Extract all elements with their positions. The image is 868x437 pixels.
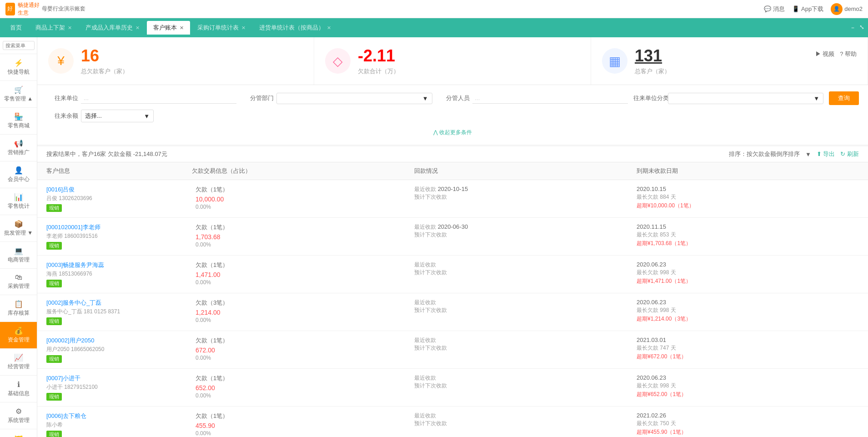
tab-purchase[interactable]: 采购订单统计表 ✕ [191,21,252,35]
sidebar-item-enterprise[interactable]: 🤝 企业协同 [0,429,37,437]
collapse-icon: ⋀ [433,129,438,136]
due-overdue-link[interactable]: 超期¥1,214.00（3笔） [637,315,859,323]
message-label: 消息 [773,5,785,13]
table-row: [0001020001]李老师 李老师 18600391516 现销 欠款（1笔… [37,218,868,256]
due-overdue-link[interactable]: 超期¥672.00（1笔） [637,353,859,361]
dept-select[interactable]: ▼ [276,93,432,104]
refresh-btn[interactable]: ↻ 刷新 [840,150,859,158]
sidebar-item-marketing[interactable]: 📢 营销推广 [0,135,37,161]
sidebar-item-retail-store[interactable]: 🏪 零售商城 [0,108,37,135]
tab-production-close[interactable]: ✕ [135,25,140,31]
tab-home[interactable]: 首页 [4,21,28,35]
due-overdue-link[interactable]: 超期¥455.90（1笔） [637,428,859,436]
sidebar-item-quick-nav[interactable]: ⚡ 快捷导航 [0,54,37,81]
sidebar-item-member[interactable]: 👤 会员中心 [0,161,37,188]
repay-col: 最近收款 预计下次收款 [414,412,637,427]
tab-inventory[interactable]: 进货单统计表（按商品） ✕ [253,21,337,35]
manager-input[interactable]: ... [475,95,480,101]
filter-from-unit: 往来单位 ... [46,93,236,104]
table-row: [0007]小进干 小进干 18279152100 现销 欠款（1笔） 652.… [37,369,868,407]
customer-name[interactable]: [0006]去下粮仓 [46,412,192,420]
tab-customer[interactable]: 客户账本 ✕ [147,21,190,35]
member-label: 会员中心 [8,176,30,182]
search-button[interactable]: 查询 [829,91,859,105]
customer-tag: 现销 [46,204,62,212]
balance-type-select[interactable]: 选择... ▼ [81,110,154,122]
repay-next: 预计下次收款 [414,193,637,201]
tab-production[interactable]: 产成品入库单历史 ✕ [79,21,146,35]
tab-customer-close[interactable]: ✕ [180,25,184,31]
unit-category-arrow-icon: ▼ [813,95,819,102]
sort-arrow-icon: ▼ [805,151,811,158]
debt-percent: 0.00% [196,204,414,210]
due-overdue-link[interactable]: 超期¥652.00（1笔） [637,391,859,398]
customer-name[interactable]: [0007]小进干 [46,374,192,382]
customer-tag: 现销 [46,242,62,250]
sidebar-item-wholesale[interactable]: 📦 批发管理 ▼ [0,215,37,242]
user-menu[interactable]: 👤 demo2 [831,3,863,15]
marketing-label: 营销推广 [8,149,30,156]
repay-last: 最近收款 [414,374,637,382]
nav-maximize-icon[interactable]: ⤡ [859,24,864,32]
debt-amount: 10,000.00 [196,196,414,203]
due-max-days: 最长欠款 998 天 [637,382,859,390]
tab-products[interactable]: 商品上下架 ✕ [29,21,78,35]
filter-manager: 分管人员 ... [438,93,628,104]
sidebar-item-operations[interactable]: 📈 经营管理 [0,349,37,376]
tab-purchase-close[interactable]: ✕ [241,25,246,31]
main-body: ⚡ 快捷导航 🛒 零售管理 ▲ 🏪 零售商城 📢 营销推广 👤 会员中心 📊 [0,37,868,437]
app-download-btn[interactable]: 📱 App下载 [792,5,823,13]
refresh-icon: ↻ [840,151,845,157]
logo-icon: 好 [5,3,15,15]
tab-inventory-close[interactable]: ✕ [327,25,331,31]
tab-purchase-label: 采购订单统计表 [197,24,239,32]
collapse-label: 收起更多条件 [439,129,472,136]
customer-info-col: [0001020001]李老师 李老师 18600391516 现销 [46,223,192,250]
unit-category-select[interactable]: ▼ [668,93,823,104]
dept-arrow-icon: ▼ [422,95,428,102]
due-overdue-link[interactable]: 超期¥10,000.00（1笔） [637,202,859,210]
customer-phone: 吕俊 13026203696 [46,195,192,202]
debt-count: 欠款（1笔） [196,412,414,420]
tab-home-label: 首页 [10,24,22,32]
sidebar-item-finance[interactable]: 💰 资金管理 [0,322,37,349]
sidebar-search-input[interactable] [3,41,35,50]
finance-icon: 💰 [2,326,35,335]
app-icon: 📱 [792,5,799,12]
help-btn[interactable]: ? 帮助 [840,50,857,58]
due-col: 2020.06.23 最长欠款 998 天 超期¥652.00（1笔） [637,374,859,398]
customer-tag: 现销 [46,393,62,401]
repay-next: 预计下次收款 [414,420,637,427]
stat-card-debtors: ¥ 16 总欠款客户（家） [37,37,314,85]
sidebar-item-basic-info[interactable]: ℹ 基础信息 [0,376,37,402]
sidebar-item-inventory[interactable]: 📋 库存核算 [0,295,37,322]
due-overdue-link[interactable]: 超期¥1,471.00（1笔） [637,277,859,285]
due-date: 2021.02.26 [637,412,859,419]
nav-minimize-icon[interactable]: － [850,24,856,32]
customer-name[interactable]: [0003]畅捷服务尹海蕊 [46,261,192,269]
export-btn[interactable]: ⬆ 导出 [817,150,835,158]
message-btn[interactable]: 💬 消息 [764,5,785,13]
sidebar-item-retail[interactable]: 🛒 零售管理 ▲ [0,81,37,108]
repay-next: 预计下次收款 [414,306,637,314]
customer-name[interactable]: [0002]服务中心_丁磊 [46,299,192,307]
customer-tag: 现销 [46,431,62,437]
tab-products-close[interactable]: ✕ [68,25,72,31]
due-col: 2020.11.15 最长欠款 853 天 超期¥1,703.68（1笔） [637,223,859,247]
due-overdue-link[interactable]: 超期¥1,703.68（1笔） [637,240,859,247]
sidebar-item-system[interactable]: ⚙ 系统管理 [0,402,37,429]
sidebar-item-retail-stats[interactable]: 📊 零售统计 [0,188,37,215]
ecommerce-icon: 💻 [2,246,35,255]
customer-name[interactable]: [0001020001]李老师 [46,223,192,231]
customer-name[interactable]: [0016]吕俊 [46,186,192,194]
customer-name[interactable]: [000002]用户2050 [46,337,192,345]
video-btn[interactable]: ▶ 视频 [815,50,835,58]
debt-percent: 0.00% [196,355,414,361]
collapse-row[interactable]: ⋀ 收起更多条件 [46,127,859,138]
from-unit-input[interactable]: ... [84,95,89,101]
export-label: 导出 [823,151,835,157]
due-max-days: 最长欠款 884 天 [637,193,859,201]
due-col: 2020.10.15 最长欠款 884 天 超期¥10,000.00（1笔） [637,186,859,210]
sidebar-item-ecommerce[interactable]: 💻 电商管理 [0,242,37,269]
sidebar-item-purchase[interactable]: 🛍 采购管理 [0,269,37,295]
